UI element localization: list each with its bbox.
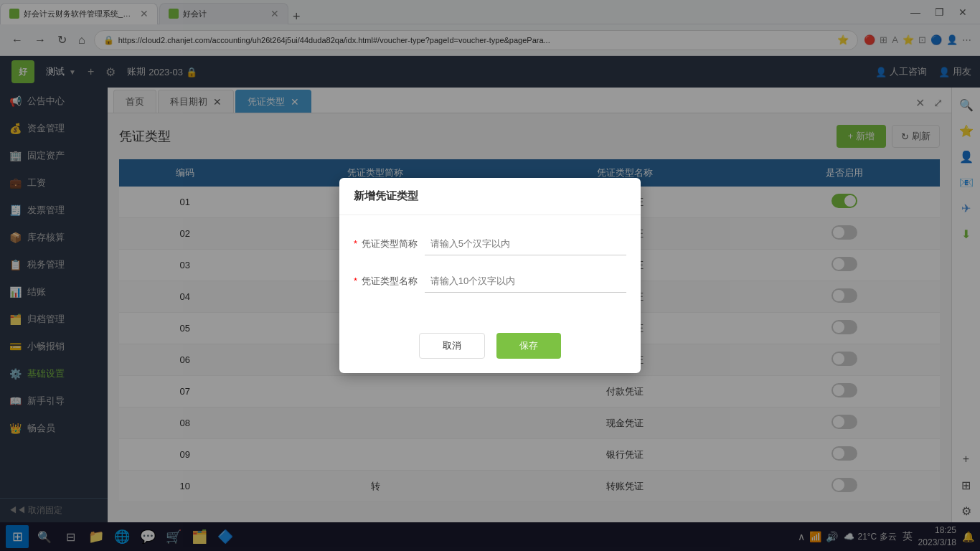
abbr-form-row: * 凭证类型简称 (354, 232, 626, 255)
name-form-row: * 凭证类型名称 (354, 270, 626, 293)
abbr-label: * 凭证类型简称 (354, 237, 425, 250)
name-input[interactable] (425, 270, 626, 293)
abbr-required-mark: * (354, 238, 357, 249)
modal-header: 新增凭证类型 (339, 178, 641, 215)
modal-body: * 凭证类型简称 * 凭证类型名称 (339, 215, 641, 324)
new-voucher-type-modal: 新增凭证类型 * 凭证类型简称 * 凭证类型名称 取消 保存 (339, 178, 641, 373)
save-button[interactable]: 保存 (496, 333, 561, 359)
modal-footer: 取消 保存 (339, 324, 641, 373)
name-label-text: 凭证类型名称 (362, 276, 418, 286)
cancel-button[interactable]: 取消 (419, 333, 485, 359)
abbr-label-text: 凭证类型简称 (362, 238, 418, 249)
modal-title: 新增凭证类型 (354, 189, 418, 202)
name-required-mark: * (354, 276, 357, 286)
modal-overlay: 新增凭证类型 * 凭证类型简称 * 凭证类型名称 取消 保存 (0, 0, 980, 551)
abbr-input[interactable] (425, 232, 626, 255)
name-label: * 凭证类型名称 (354, 275, 425, 288)
